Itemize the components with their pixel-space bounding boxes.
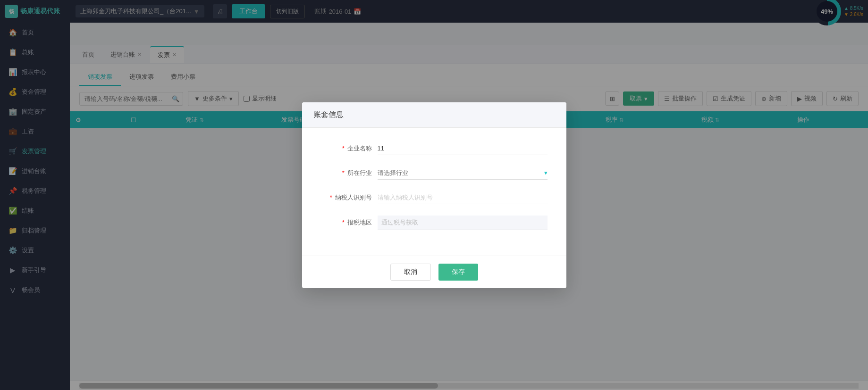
tax-region-label: * 报税地区 <box>321 218 378 227</box>
industry-label: * 所在行业 <box>321 169 378 177</box>
tax-region-display: 通过税号获取 <box>378 216 548 230</box>
modal-body: * 企业名称 * 所在行业 ▾ * 纳税人识 <box>302 128 566 256</box>
modal-header: 账套信息 <box>302 102 566 128</box>
tax-region-row: * 报税地区 通过税号获取 <box>321 216 548 230</box>
account-info-modal: 账套信息 * 企业名称 * 所在行业 ▾ <box>302 102 566 288</box>
modal-overlay: 账套信息 * 企业名称 * 所在行业 ▾ <box>0 0 868 390</box>
required-star: * <box>342 145 345 152</box>
modal-title: 账套信息 <box>313 110 344 118</box>
industry-input[interactable] <box>378 166 548 179</box>
tax-id-input[interactable] <box>378 191 548 204</box>
industry-select-wrap[interactable]: ▾ <box>378 166 548 180</box>
tax-id-row: * 纳税人识别号 <box>321 191 548 204</box>
company-name-label: * 企业名称 <box>321 144 378 153</box>
industry-dropdown-arrow: ▾ <box>544 169 548 176</box>
save-button[interactable]: 保存 <box>438 264 478 281</box>
company-name-input[interactable] <box>378 142 548 155</box>
tax-id-label: * 纳税人识别号 <box>321 193 378 202</box>
modal-footer: 取消 保存 <box>302 256 566 288</box>
cancel-button[interactable]: 取消 <box>390 264 431 281</box>
company-name-row: * 企业名称 <box>321 142 548 155</box>
industry-row: * 所在行业 ▾ <box>321 166 548 180</box>
